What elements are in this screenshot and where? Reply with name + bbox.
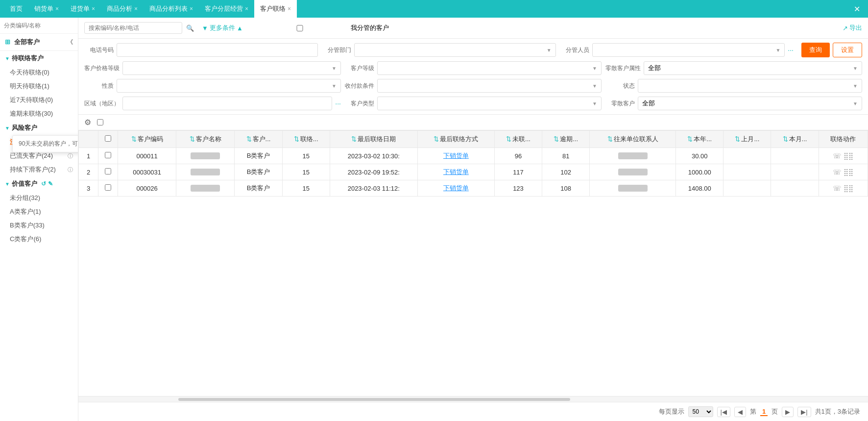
scrollbar-thumb[interactable] <box>178 398 570 401</box>
filter-type-select[interactable]: ▼ <box>377 97 602 110</box>
filter-customer-grade-select[interactable]: ▼ <box>377 61 602 75</box>
sidebar-item-b-class[interactable]: B类客户(33) <box>0 219 78 232</box>
col-contact-num[interactable]: ⇅联络... <box>282 131 330 148</box>
edit-icon[interactable]: ✎ <box>48 180 53 187</box>
horizontal-scrollbar[interactable] <box>78 396 868 402</box>
action-contact-icon[interactable]: ☏ <box>833 168 842 176</box>
col-overdue[interactable]: ⇅逾期... <box>542 131 590 148</box>
sidebar-group-risk[interactable]: ▼ 风险客户 <box>0 121 78 135</box>
sidebar-item-declining[interactable]: 持续下滑客户(2) ⓘ <box>0 163 78 176</box>
close-tab-sales-order[interactable]: × <box>55 5 59 12</box>
filter-status-select[interactable]: ▼ <box>638 79 862 93</box>
settings-toolbar-icon[interactable]: ⚙ <box>84 118 91 127</box>
cell-checkbox[interactable] <box>98 164 118 180</box>
cell-action[interactable]: ☏ ⣿⣿ <box>819 148 868 164</box>
select-all-checkbox[interactable] <box>97 119 103 125</box>
cell-checkbox[interactable] <box>98 148 118 164</box>
header-checkbox[interactable] <box>105 135 111 142</box>
tab-sales-order[interactable]: 销货单 × <box>28 0 65 18</box>
filter-region-select[interactable] <box>122 97 332 110</box>
col-last-month[interactable]: ⇅上月... <box>723 131 771 148</box>
col-contact-person[interactable]: ⇅往来单位联系人 <box>590 131 676 148</box>
filter-dept-select[interactable]: ▼ <box>354 43 555 57</box>
action-more-icon[interactable]: ⣿⣿ <box>844 168 853 176</box>
action-more-icon[interactable]: ⣿⣿ <box>844 152 853 160</box>
col-last-method[interactable]: ⇅最后联络方式 <box>417 131 494 148</box>
cell-last-method[interactable]: 下销货单 <box>417 164 494 180</box>
settings-button[interactable]: 设置 <box>833 43 862 57</box>
tab-product-analysis-list[interactable]: 商品分析列表 × <box>144 0 199 18</box>
close-tab-product-list[interactable]: × <box>190 5 193 12</box>
sidebar-group-value[interactable]: ▼ 价值客户 ↺ ✎ <box>0 176 78 191</box>
method-link[interactable]: 下销货单 <box>443 184 469 192</box>
cell-last-method[interactable]: 下销货单 <box>417 148 494 164</box>
sidebar-search-input[interactable] <box>4 22 77 29</box>
cell-action[interactable]: ☏ ⣿⣿ <box>819 180 868 197</box>
page-size-select[interactable]: 50 100 <box>688 406 713 417</box>
tab-product-analysis[interactable]: 商品分析 × <box>101 0 144 18</box>
col-last-date[interactable]: ⇅最后联络日期 <box>330 131 417 148</box>
sidebar-item-a-class[interactable]: A类客户(1) <box>0 205 78 219</box>
filter-manager-select[interactable]: ▼ <box>592 43 785 57</box>
my-customers-checkbox[interactable] <box>251 25 349 31</box>
sort-icon-thismonth: ⇅ <box>783 135 788 143</box>
sidebar-item-c-class[interactable]: C类客户(6) <box>0 232 78 246</box>
tab-customer-segment[interactable]: 客户分层经营 × <box>199 0 254 18</box>
action-contact-icon[interactable]: ☏ <box>833 184 842 192</box>
sidebar-item-overdue-contact[interactable]: 逾期未联络(30) <box>0 107 78 121</box>
chevron-down-icon-type: ▼ <box>592 101 597 106</box>
more-btn-manager[interactable]: ··· <box>788 46 794 54</box>
close-tab-purchase[interactable]: × <box>92 5 95 12</box>
info-icon-declining: ⓘ <box>68 166 73 173</box>
sidebar-item-ungroup[interactable]: 未分组(32) <box>0 191 78 205</box>
filter-nature-select[interactable]: ▼ <box>117 79 341 93</box>
action-more-icon[interactable]: ⣿⣿ <box>844 184 853 192</box>
export-btn[interactable]: ↗ 导出 <box>843 24 862 32</box>
cell-action[interactable]: ☏ ⣿⣿ <box>819 164 868 180</box>
sidebar-all-customers[interactable]: ⊞ 全部客户 《 <box>0 34 78 51</box>
query-button[interactable]: 查询 <box>801 43 830 57</box>
col-this-year[interactable]: ⇅本年... <box>676 131 723 148</box>
close-tab-product-analysis[interactable]: × <box>134 5 138 12</box>
sidebar-group-pending[interactable]: ▼ 待联络客户 <box>0 51 78 66</box>
cell-last-method[interactable]: 下销货单 <box>417 180 494 197</box>
sidebar-item-tomorrow-contact[interactable]: 明天待联络(1) <box>0 79 78 93</box>
more-btn-region[interactable]: ··· <box>335 99 341 107</box>
filter-price-grade-select[interactable]: ▼ <box>122 61 341 75</box>
search-btn[interactable]: 🔍 <box>186 25 194 32</box>
col-unlinked[interactable]: ⇅未联... <box>494 131 542 148</box>
close-tab-segment[interactable]: × <box>245 5 248 12</box>
col-this-month[interactable]: ⇅本月... <box>771 131 819 148</box>
tab-purchase-order[interactable]: 进货单 × <box>65 0 101 18</box>
my-customers-checkbox-label[interactable]: 我分管的客户 <box>251 24 389 32</box>
page-first-btn[interactable]: |◀ <box>717 407 730 417</box>
method-link[interactable]: 下销货单 <box>443 168 469 175</box>
row-checkbox-0[interactable] <box>105 152 111 158</box>
page-prev-btn[interactable]: ◀ <box>734 407 746 417</box>
cell-checkbox[interactable] <box>98 180 118 197</box>
close-tab-contact[interactable]: × <box>288 5 291 12</box>
tab-customer-contact[interactable]: 客户联络 × <box>254 0 297 18</box>
sidebar-item-today-contact[interactable]: 今天待联络(0) <box>0 66 78 79</box>
page-last-btn[interactable]: ▶| <box>797 407 811 417</box>
filter-retail-select[interactable]: 全部 ▼ <box>638 97 862 110</box>
action-contact-icon[interactable]: ☏ <box>833 152 842 160</box>
filter-phone-input[interactable] <box>117 43 318 57</box>
search-input[interactable] <box>84 22 182 34</box>
more-conditions-btn[interactable]: ▼ 更多条件 ▲ <box>198 22 247 34</box>
col-code[interactable]: ⇅客户编码 <box>118 131 176 148</box>
method-link[interactable]: 下销货单 <box>443 152 469 159</box>
filter-retail-attr-select[interactable]: 全部 ▼ <box>644 61 862 75</box>
row-checkbox-2[interactable] <box>105 184 111 191</box>
close-all-tabs[interactable]: ✕ <box>850 4 864 14</box>
col-type[interactable]: ⇅客户... <box>235 131 282 148</box>
sidebar-collapse-icon[interactable]: 《 <box>67 38 73 47</box>
row-checkbox-1[interactable] <box>105 168 111 174</box>
sidebar-item-7day-contact[interactable]: 近7天待联络(0) <box>0 93 78 107</box>
refresh-icon[interactable]: ↺ <box>41 180 46 187</box>
page-next-btn[interactable]: ▶ <box>782 407 794 417</box>
filter-payment-select[interactable]: ▼ <box>377 79 602 93</box>
table-container[interactable]: ⇅客户编码 ⇅客户名称 ⇅客户... ⇅联络... ⇅最后联络日期 ⇅最后联络方… <box>78 130 868 396</box>
tab-home[interactable]: 首页 <box>4 0 28 18</box>
col-name[interactable]: ⇅客户名称 <box>176 131 235 148</box>
